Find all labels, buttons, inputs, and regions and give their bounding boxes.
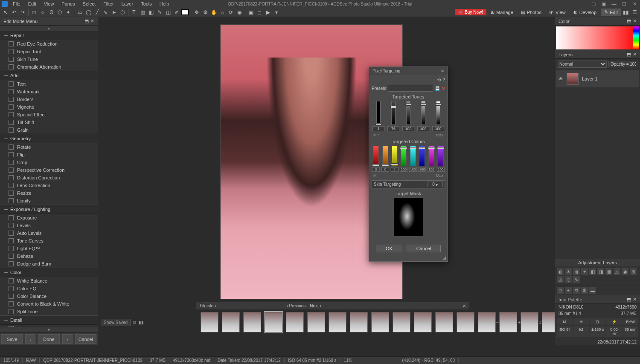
info-close-icon[interactable]: ✕ (633, 297, 637, 302)
color-value[interactable]: 5 (391, 167, 399, 172)
window-layout2-icon[interactable]: ▣ (600, 1, 608, 7)
tool-item[interactable]: Color EQ (0, 285, 98, 292)
color-slider[interactable] (438, 146, 444, 166)
blend-mode-select[interactable]: Normal (557, 61, 607, 68)
tool-item[interactable]: Auto Levels (0, 229, 98, 237)
tone-slider[interactable] (436, 101, 440, 125)
tool-item[interactable]: Red Eye Reduction (0, 40, 98, 48)
color-slider[interactable] (373, 146, 379, 166)
delete-layer-icon[interactable]: 🗑 (581, 287, 588, 294)
photos-tab[interactable]: ▤Photos (518, 9, 545, 16)
next-button[interactable]: › (62, 334, 73, 344)
color-slider[interactable] (428, 146, 434, 166)
tool-item[interactable]: Text (0, 80, 98, 88)
filmstrip-thumb[interactable] (286, 312, 304, 332)
opacity-input[interactable] (608, 61, 638, 67)
select-ellipse-icon[interactable]: ○ (39, 9, 47, 16)
save-preset-icon[interactable]: 💾 (435, 86, 440, 91)
panel-pin-icon[interactable]: ⬒ (84, 18, 89, 24)
eyedropper-icon[interactable]: ✐ (173, 9, 180, 16)
shape-line-icon[interactable]: ╱ (93, 9, 101, 16)
layers-pin-icon[interactable]: ⬒ (627, 52, 631, 57)
tool-item[interactable]: Color Balance (0, 292, 98, 300)
done-button[interactable]: Done (38, 334, 59, 344)
save-button[interactable]: Save (1, 334, 23, 344)
prev-button[interactable]: ‹ (25, 334, 35, 344)
color-slider[interactable] (382, 146, 388, 166)
view-tab[interactable]: 👁View (546, 9, 569, 16)
gradient-tool-icon[interactable]: ◧ (147, 9, 155, 16)
color-pin-icon[interactable]: ⬒ (627, 18, 631, 24)
zoom-tool-icon[interactable]: ⌕ (218, 9, 226, 16)
menu-help[interactable]: Help (156, 0, 173, 7)
color-slider[interactable] (410, 146, 416, 166)
color-slider[interactable] (392, 146, 398, 166)
tone-slider[interactable] (421, 101, 425, 125)
resize-grip-icon[interactable]: ◢ (369, 255, 448, 261)
develop-tab[interactable]: ◐Develop (570, 9, 600, 16)
category-detail[interactable]: Detail (0, 315, 98, 325)
filmstrip-thumb[interactable] (243, 312, 261, 332)
shape-rect-icon[interactable]: ▭ (76, 9, 84, 16)
info-pin-icon[interactable]: ⬒ (627, 297, 631, 302)
adjustment-icon[interactable]: ⬡ (565, 276, 572, 283)
tool-item[interactable]: Chromatic Aberration (0, 63, 98, 71)
adjustment-icon[interactable]: ◎ (557, 276, 564, 283)
play-icon[interactable]: ▶ (264, 9, 272, 16)
tool-item[interactable]: Tone Curves (0, 237, 98, 245)
layers-close-icon[interactable]: ✕ (633, 52, 637, 57)
tool-item[interactable]: Vignette (0, 103, 98, 111)
adjustment-icon[interactable]: ◑ (573, 268, 580, 275)
tone-slider[interactable] (376, 101, 381, 125)
adjustment-icon[interactable]: ◧ (589, 268, 596, 275)
histogram-toggle-icon[interactable]: ▮▮ (139, 320, 144, 325)
filmstrip-thumb[interactable] (222, 312, 240, 332)
tool-item[interactable]: Tilt-Shift (0, 118, 98, 126)
tone-value[interactable]: 1 (372, 126, 384, 131)
layer-item[interactable]: 👁 Layer 1 (556, 70, 639, 87)
scroll-up-icon[interactable]: ▲ (0, 26, 98, 31)
tone-value[interactable]: 76 (387, 126, 399, 131)
tool-item[interactable]: Rotate (0, 143, 98, 151)
tone-value[interactable]: 100 (432, 126, 444, 131)
scroll-down-icon[interactable]: ▼ (0, 327, 98, 332)
color-value[interactable]: 0 (381, 167, 389, 172)
filmstrip-thumb[interactable] (307, 312, 325, 332)
manage-tab[interactable]: ⊞Manage (487, 9, 517, 16)
menu-view[interactable]: View (41, 0, 58, 7)
actual-icon[interactable]: ◻ (256, 9, 263, 16)
filmstrip-thumb[interactable] (521, 312, 538, 332)
color-value[interactable]: 100 (428, 167, 435, 172)
tool-item[interactable]: Crop (0, 159, 98, 166)
histogram-icon[interactable]: ▮▮ (622, 9, 630, 16)
hand-tool-icon[interactable]: ✋ (210, 9, 218, 16)
cancel-button[interactable]: Cancel (75, 334, 96, 344)
help-icon[interactable]: ? (442, 78, 445, 82)
cancel-dialog-button[interactable]: Cancel (407, 245, 441, 252)
category-add[interactable]: Add (0, 71, 98, 80)
adjustment-icon[interactable]: △ (614, 268, 620, 275)
hue-bar[interactable] (633, 26, 639, 49)
color-value[interactable]: 100 (418, 167, 426, 172)
rotate-tool-icon[interactable]: ⟳ (227, 9, 235, 16)
text-tool-icon[interactable]: T (130, 9, 138, 16)
redo-icon[interactable]: ↷ (19, 9, 26, 16)
settings-icon[interactable]: ☰ (631, 9, 638, 16)
delete-preset-icon[interactable]: ✕ (442, 86, 445, 91)
filmstrip-thumb[interactable] (542, 312, 555, 332)
tool-item[interactable]: Exposure (0, 214, 98, 222)
tone-slider[interactable] (391, 101, 396, 125)
adjustment-icon[interactable]: ▦ (605, 268, 612, 275)
menu-tools[interactable]: Tools (137, 0, 155, 7)
tool-item[interactable]: Levels (0, 222, 98, 229)
filmstrip-thumb[interactable] (350, 312, 368, 332)
dialog-close-icon[interactable]: ✕ (441, 69, 444, 73)
dropdown-icon[interactable]: ▾ (273, 9, 280, 16)
shape-poly-icon[interactable]: ⬡ (119, 9, 126, 16)
menu-select[interactable]: Select (79, 0, 99, 7)
select-wand-icon[interactable]: ✦ (64, 9, 72, 16)
category-geometry[interactable]: Geometry (0, 134, 98, 143)
panel-close-icon[interactable]: ✕ (90, 18, 94, 24)
eraser-tool-icon[interactable]: ◫ (164, 9, 172, 16)
color-value[interactable]: 0 (372, 167, 380, 172)
